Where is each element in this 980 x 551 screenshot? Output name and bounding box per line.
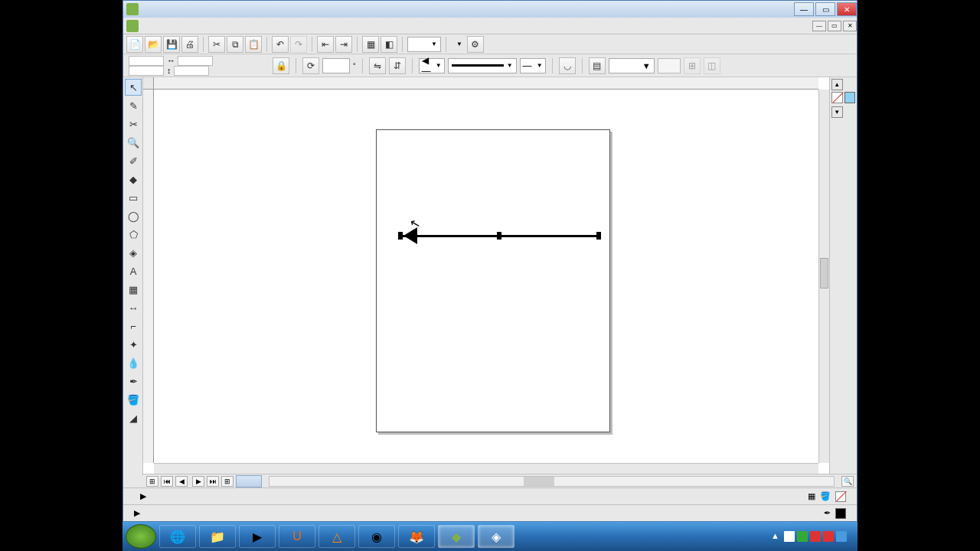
eyedropper-tool[interactable]: 💧 bbox=[125, 354, 142, 371]
import-button[interactable]: ⇤ bbox=[317, 36, 334, 53]
ellipse-tool[interactable]: ◯ bbox=[125, 207, 142, 224]
last-page-button[interactable]: ⏭ bbox=[207, 476, 219, 487]
new-button[interactable]: 📄 bbox=[126, 36, 143, 53]
expand-icon[interactable]: ▶ bbox=[134, 508, 140, 518]
dimension-tool[interactable]: ↔ bbox=[125, 299, 142, 316]
polygon-tool[interactable]: ⬠ bbox=[125, 226, 142, 243]
selection-handle[interactable] bbox=[596, 232, 601, 240]
table-tool[interactable]: ▦ bbox=[125, 281, 142, 298]
minimize-button[interactable]: — bbox=[794, 2, 814, 16]
copies-input[interactable] bbox=[658, 58, 681, 73]
close-button[interactable]: ✕ bbox=[837, 2, 857, 16]
tray-shield-icon[interactable] bbox=[797, 531, 808, 542]
scrollbar-thumb[interactable] bbox=[820, 258, 828, 289]
tray-volume-icon[interactable] bbox=[823, 531, 834, 542]
taskbar-app[interactable]: ◈ bbox=[478, 525, 514, 548]
palette-scroll-up[interactable]: ▲ bbox=[831, 79, 843, 90]
save-button[interactable]: 💾 bbox=[163, 36, 180, 53]
height-input[interactable] bbox=[174, 66, 209, 76]
first-page-button[interactable]: ⏮ bbox=[161, 476, 173, 487]
mdi-close[interactable]: ✕ bbox=[843, 21, 857, 31]
drawing-area[interactable]: ↖ bbox=[143, 77, 829, 475]
mdi-restore[interactable]: ▭ bbox=[828, 21, 841, 31]
outline-tool[interactable]: ✒ bbox=[125, 373, 142, 390]
freehand-tool[interactable]: ✐ bbox=[125, 152, 142, 169]
tray-flag-icon[interactable] bbox=[784, 531, 795, 542]
interactive-fill-tool[interactable]: ◢ bbox=[125, 409, 142, 426]
taskbar-explorer[interactable]: 📁 bbox=[199, 525, 236, 548]
taskbar-wmp[interactable]: ▶ bbox=[239, 525, 276, 548]
basic-shapes-tool[interactable]: ◈ bbox=[125, 244, 142, 261]
text-tool[interactable]: A bbox=[125, 262, 142, 279]
tray-show-hidden-icon[interactable]: ▲ bbox=[771, 531, 782, 542]
outline-color-swatch[interactable] bbox=[835, 508, 846, 519]
app-menu-icon[interactable] bbox=[126, 20, 139, 32]
vertical-ruler[interactable] bbox=[143, 90, 154, 463]
y-input[interactable] bbox=[129, 66, 164, 76]
options-button[interactable]: ⚙ bbox=[467, 36, 484, 53]
mdi-minimize[interactable]: — bbox=[812, 21, 826, 31]
start-button[interactable] bbox=[126, 524, 156, 549]
outline-width-select[interactable]: ▼ bbox=[609, 58, 655, 73]
maximize-button[interactable]: ▭ bbox=[815, 2, 835, 16]
no-color-swatch[interactable] bbox=[831, 92, 843, 103]
end-arrowhead-select[interactable]: —▼ bbox=[520, 58, 546, 73]
rectangle-tool[interactable]: ▭ bbox=[125, 189, 142, 206]
export-button[interactable]: ⇥ bbox=[335, 36, 352, 53]
mirror-v-button[interactable]: ⇵ bbox=[389, 57, 406, 74]
paste-button[interactable]: 📋 bbox=[245, 36, 262, 53]
mirror-h-button[interactable]: ⇋ bbox=[369, 57, 386, 74]
zoom-tool[interactable]: 🔍 bbox=[125, 134, 142, 151]
palette-scroll-down[interactable]: ▼ bbox=[831, 106, 843, 118]
open-button[interactable]: 📂 bbox=[145, 36, 162, 53]
vertical-scrollbar[interactable] bbox=[818, 90, 829, 463]
line-style-select[interactable]: ▼ bbox=[448, 58, 517, 73]
undo-button[interactable]: ↶ bbox=[272, 36, 289, 53]
crop-tool[interactable]: ✂ bbox=[125, 116, 142, 132]
zoom-select[interactable]: ▼ bbox=[407, 37, 441, 52]
smart-fill-tool[interactable]: ◆ bbox=[125, 171, 142, 187]
add-page-button[interactable]: ⊞ bbox=[146, 476, 158, 487]
cut-button[interactable]: ✂ bbox=[208, 36, 225, 53]
connector-tool[interactable]: ⌐ bbox=[125, 318, 142, 334]
close-curve-button[interactable]: ◡ bbox=[559, 57, 576, 74]
fill-tool[interactable]: 🪣 bbox=[125, 391, 142, 408]
taskbar-coreldraw[interactable]: ◆ bbox=[438, 525, 475, 548]
taskbar-firefox[interactable]: 🦊 bbox=[398, 525, 435, 548]
page-tab[interactable] bbox=[236, 475, 262, 487]
scrollbar-thumb[interactable] bbox=[524, 477, 554, 486]
width-input[interactable] bbox=[178, 56, 213, 66]
start-arrowhead-select[interactable]: ◀—▼ bbox=[419, 58, 445, 73]
pick-tool[interactable]: ↖ bbox=[125, 79, 142, 96]
duplicate-distance-button[interactable]: ⊞ bbox=[684, 57, 701, 74]
shape-tool[interactable]: ✎ bbox=[125, 97, 142, 114]
x-input[interactable] bbox=[129, 56, 164, 66]
welcome-button[interactable]: ◧ bbox=[381, 36, 397, 53]
convert-button[interactable]: ◫ bbox=[704, 57, 720, 74]
wrap-text-button[interactable]: ▤ bbox=[589, 57, 606, 74]
tray-battery-icon[interactable] bbox=[836, 531, 847, 542]
interactive-tool[interactable]: ✦ bbox=[125, 336, 142, 353]
selection-handle[interactable] bbox=[398, 232, 403, 240]
taskbar-vlc[interactable]: △ bbox=[318, 525, 355, 548]
color-swatch[interactable] bbox=[844, 92, 856, 103]
taskbar-ie[interactable]: 🌐 bbox=[159, 525, 196, 548]
tray-network-icon[interactable] bbox=[810, 531, 821, 542]
taskbar-uc[interactable]: U bbox=[279, 525, 315, 548]
snap-to-dropdown[interactable]: ▼ bbox=[451, 41, 466, 47]
copy-button[interactable]: ⧉ bbox=[227, 36, 243, 53]
rotation-input[interactable] bbox=[322, 58, 350, 73]
selection-handle[interactable] bbox=[497, 232, 501, 240]
canvas[interactable]: ↖ bbox=[154, 90, 818, 463]
add-page-after-button[interactable]: ⊞ bbox=[221, 476, 234, 487]
color-proof-icon[interactable]: ▦ bbox=[808, 491, 815, 501]
lock-ratio-button[interactable]: 🔒 bbox=[273, 57, 289, 74]
prev-page-button[interactable]: ◀ bbox=[175, 476, 188, 487]
horizontal-scrollbar[interactable] bbox=[269, 476, 835, 487]
next-page-button[interactable]: ▶ bbox=[192, 476, 204, 487]
horizontal-ruler[interactable] bbox=[154, 77, 818, 90]
print-button[interactable]: 🖨 bbox=[181, 36, 198, 53]
fill-none-swatch[interactable] bbox=[835, 491, 846, 502]
taskbar-chrome[interactable]: ◉ bbox=[358, 525, 395, 548]
zoom-page-button[interactable]: 🔍 bbox=[841, 476, 854, 487]
